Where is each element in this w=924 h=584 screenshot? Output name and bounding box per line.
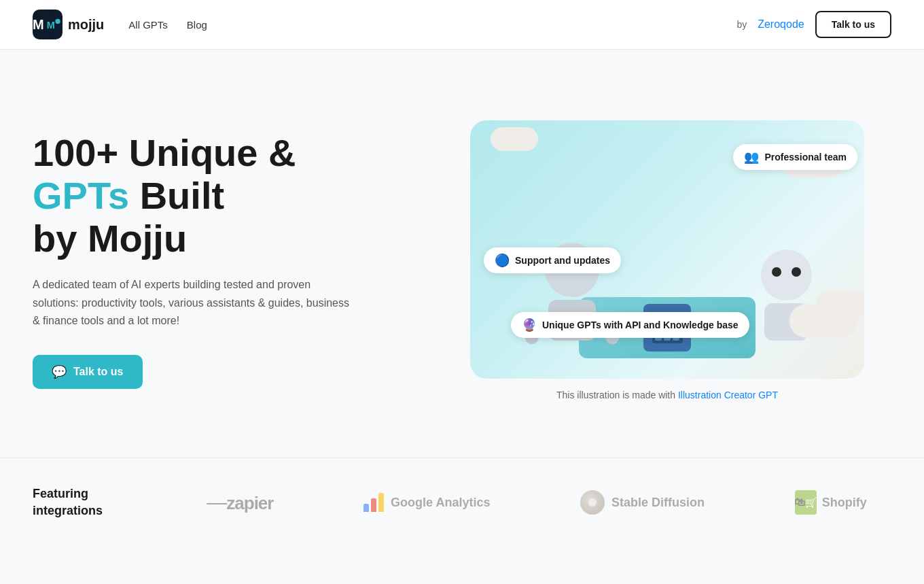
badge-unique-label: Unique GPTs with API and Knowledge base	[542, 320, 739, 330]
hero-right: 🔵 Support and updates 👥 Professional tea…	[443, 120, 891, 400]
by-text: by	[736, 19, 747, 30]
robot-right-head	[761, 250, 812, 300]
professional-icon: 👥	[744, 150, 759, 165]
badge-professional-label: Professional team	[764, 152, 847, 162]
ga-bar-2	[371, 498, 376, 512]
illustration-caption: This illustration is made with Illustrat…	[556, 390, 778, 400]
zeroqode-link[interactable]: Zeroqode	[758, 18, 804, 31]
ga-bars	[363, 493, 384, 512]
stable-diffusion-logo: Stable Diffusion	[580, 490, 705, 515]
cloud-decoration-4	[817, 290, 864, 317]
svg-point-2	[55, 19, 60, 24]
talk-btn-label: Talk to us	[73, 366, 124, 378]
stable-diffusion-inner	[588, 498, 597, 506]
navbar: M mojju All GPTs Blog by Zeroqode Talk t…	[0, 0, 924, 50]
logo[interactable]: M mojju	[33, 10, 104, 39]
shopify-logo: 🛍 Shopify	[795, 490, 867, 515]
hero-section: 100+ Unique & GPTs Builtby Mojju A dedic…	[0, 50, 924, 458]
zapier-dash: —	[207, 491, 226, 513]
illustration-creator-link[interactable]: Illustration Creator GPT	[678, 390, 778, 400]
logo-text: mojju	[68, 17, 104, 33]
logo-icon: M	[33, 10, 63, 39]
support-icon: 🔵	[495, 253, 510, 268]
hero-title-highlight: GPTs	[33, 174, 129, 217]
ga-bar-3	[378, 493, 384, 512]
nav-right: by Zeroqode Talk to us	[736, 11, 891, 38]
nav-left: M mojju All GPTs Blog	[33, 10, 207, 39]
badge-support-label: Support and updates	[515, 255, 610, 266]
integrations-section: Featuring integrations —zapier Google An…	[0, 458, 924, 560]
talk-to-us-button-nav[interactable]: Talk to us	[815, 11, 891, 38]
google-analytics-text: Google Analytics	[391, 496, 490, 510]
svg-text:M: M	[46, 20, 54, 31]
badge-unique: 🔮 Unique GPTs with API and Knowledge bas…	[511, 312, 749, 338]
hero-description: A dedicated team of AI experts building …	[33, 276, 359, 330]
hero-title-part1: 100+ Unique &	[33, 131, 296, 174]
google-analytics-logo: Google Analytics	[363, 493, 490, 512]
unique-icon: 🔮	[522, 317, 537, 332]
shopify-bag-icon: 🛍	[794, 496, 805, 509]
hero-left: 100+ Unique & GPTs Builtby Mojju A dedic…	[33, 132, 359, 388]
cloud-decoration-1	[491, 127, 538, 151]
zapier-text: —zapier	[207, 491, 273, 514]
stable-diffusion-text: Stable Diffusion	[611, 496, 705, 510]
nav-link-all-gpts[interactable]: All GPTs	[128, 19, 168, 31]
hero-title: 100+ Unique & GPTs Builtby Mojju	[33, 132, 359, 260]
shopify-icon: 🛍	[795, 490, 817, 515]
ga-bar-1	[363, 504, 369, 512]
caption-text: This illustration is made with	[556, 390, 675, 400]
badge-support: 🔵 Support and updates	[484, 247, 621, 273]
integrations-logos: —zapier Google Analytics Stable Diffusio…	[182, 490, 891, 515]
hero-illustration: 🔵 Support and updates 👥 Professional tea…	[470, 120, 864, 379]
stable-diffusion-icon	[580, 490, 605, 515]
nav-links: All GPTs Blog	[128, 19, 207, 31]
integrations-label: Featuring integrations	[33, 485, 141, 519]
zapier-logo: —zapier	[207, 491, 273, 514]
badge-professional: 👥 Professional team	[733, 144, 857, 170]
shopify-text: Shopify	[822, 496, 867, 510]
integrations-title: Featuring integrations	[33, 485, 141, 519]
talk-to-us-button-hero[interactable]: 💬 Talk to us	[33, 355, 143, 389]
nav-link-blog[interactable]: Blog	[187, 19, 207, 31]
chat-icon: 💬	[52, 364, 67, 379]
